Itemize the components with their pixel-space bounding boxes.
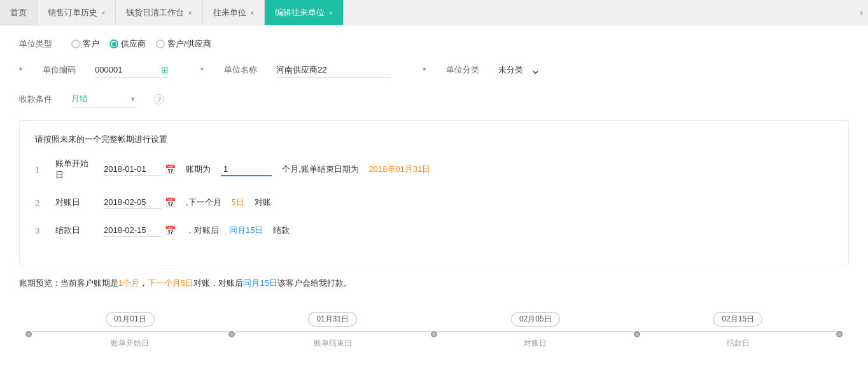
period-calendar-icon-3[interactable]: 📅	[165, 225, 176, 236]
tab-home-label: 首页	[10, 7, 27, 18]
timeline-line-4	[640, 331, 837, 332]
timeline-line-3	[437, 331, 634, 332]
unit-info-row: * 单位编码 ⊞ * 单位名称 * 单位分类 未分类 ⌄	[19, 62, 849, 78]
period-date-input-1[interactable]	[104, 163, 161, 176]
radio-customer-label: 客户	[83, 38, 99, 50]
payment-terms-help-icon[interactable]: ?	[154, 94, 164, 104]
period-num-2: 2	[35, 198, 45, 208]
unit-name-label: 单位名称	[224, 64, 257, 76]
period-desc-3a: ，对账后	[186, 225, 219, 236]
period-date-field-2: 📅	[104, 196, 176, 209]
tab-cash-work-close[interactable]: ×	[188, 9, 192, 17]
radio-customer-supplier[interactable]: 客户/供应商	[156, 38, 211, 50]
period-row-2: 2 对账日 📅 ,下一个月5日对账	[35, 196, 833, 209]
period-row-3: 3 结款日 📅 ，对账后同月15日结款	[35, 224, 833, 237]
period-desc-2b: 5日	[232, 197, 244, 208]
main-content: 单位类型 客户 供应商 客户/供应商 * 单位编码 ⊞ * 单位名称 *	[0, 25, 868, 387]
tab-sales-history-label: 销售订单历史	[48, 7, 97, 18]
period-field-label-2: 对账日	[55, 197, 94, 208]
timeline-line-1	[32, 331, 228, 332]
timeline-dot-4	[634, 331, 640, 337]
preview-text: 账期预览：当前客户账期是1个月，下一个月5日对账，对账后同月15日该客户会给我打…	[19, 276, 849, 290]
timeline-wrapper: 01月01日 账单开始日 01月31日 账单结束日	[19, 306, 849, 355]
timeline-badge-4: 02月15日	[713, 312, 762, 327]
unit-category-label: 单位分类	[446, 64, 479, 76]
unit-code-required: *	[19, 66, 22, 75]
tab-partner-units-label: 往来单位	[213, 7, 246, 18]
timeline-badge-1: 01月01日	[106, 312, 155, 327]
timeline-line-2	[235, 331, 431, 332]
period-field-label-3: 结款日	[55, 225, 94, 236]
period-calendar-icon-2[interactable]: 📅	[165, 197, 176, 208]
period-desc-2c: 对账	[255, 197, 271, 208]
radio-supplier-circle	[109, 39, 118, 48]
radio-supplier-label: 供应商	[121, 38, 146, 50]
unit-type-row: 单位类型 客户 供应商 客户/供应商	[19, 38, 849, 50]
tab-cash-work[interactable]: 钱货日清工作台 ×	[116, 0, 202, 25]
radio-customer-supplier-label: 客户/供应商	[167, 38, 211, 50]
payment-terms-row: 收款条件 月结 ▾ ?	[19, 90, 849, 108]
unit-category-arrow: ⌄	[531, 63, 540, 77]
radio-customer-circle	[71, 39, 80, 48]
unit-category-select[interactable]: 未分类 ⌄	[498, 63, 540, 77]
tab-sales-history[interactable]: 销售订单历史 ×	[38, 0, 116, 25]
period-date-field-1: 📅	[104, 163, 176, 176]
preview-part1: 1个月	[118, 278, 139, 288]
period-field-label-1: 账单开始日	[55, 158, 94, 181]
tab-partner-units-close[interactable]: ×	[250, 9, 254, 17]
unit-name-required: *	[200, 66, 204, 75]
tab-partner-units[interactable]: 往来单位 ×	[203, 0, 265, 25]
preview-middle: 对账，对账后	[193, 278, 243, 288]
period-settings-box: 请按照未来的一个完整帐期进行设置 1 账单开始日 📅 账期为 个月,账单结束日期…	[19, 120, 849, 265]
tab-cash-work-label: 钱货日清工作台	[126, 7, 184, 18]
unit-code-label: 单位编码	[43, 64, 76, 76]
period-row-1: 1 账单开始日 📅 账期为 个月,账单结束日期为 2018年01月31日	[35, 158, 833, 181]
period-calendar-icon-1[interactable]: 📅	[165, 164, 176, 174]
period-desc-prefix-1: 账期为	[186, 164, 211, 175]
tab-sales-history-close[interactable]: ×	[101, 9, 105, 17]
period-num-1: 1	[35, 165, 45, 174]
preview-suffix: 该客户会给我打款。	[277, 278, 352, 288]
radio-customer[interactable]: 客户	[71, 38, 99, 50]
tab-home[interactable]: 首页	[0, 0, 38, 25]
period-desc-3c: 结款	[273, 225, 290, 236]
payment-terms-select[interactable]: 月结 ▾	[71, 90, 135, 108]
tab-edit-partner-close[interactable]: ×	[328, 9, 332, 17]
period-end-date-1: 2018年01月31日	[369, 164, 431, 175]
period-num-3: 3	[35, 226, 45, 236]
months-input[interactable]	[221, 163, 272, 176]
radio-supplier[interactable]: 供应商	[109, 38, 146, 50]
timeline-badge-2: 01月31日	[308, 312, 357, 327]
period-date-field-3: 📅	[104, 224, 176, 237]
unit-name-input[interactable]	[276, 62, 391, 78]
unit-code-icon[interactable]: ⊞	[161, 65, 169, 75]
unit-code-input[interactable]	[95, 62, 158, 77]
period-desc-2a: ,下一个月	[186, 197, 221, 208]
unit-type-label: 单位类型	[19, 38, 52, 50]
unit-category-value: 未分类	[498, 64, 523, 76]
period-date-input-2[interactable]	[104, 196, 161, 209]
preview-prefix: 账期预览：当前客户账期是	[19, 278, 118, 288]
period-date-input-3[interactable]	[104, 224, 161, 237]
timeline-label-4: 结款日	[727, 338, 750, 349]
payment-terms-dropdown-arrow: ▾	[131, 95, 135, 103]
payment-terms-label: 收款条件	[19, 94, 52, 105]
preview-comma: ，	[139, 278, 148, 288]
timeline-badge-3: 02月05日	[511, 312, 560, 327]
timeline-label-2: 账单结束日	[314, 338, 352, 349]
period-desc-3b: 同月15日	[229, 225, 263, 236]
payment-terms-value: 月结	[71, 93, 129, 104]
tab-edit-partner-label: 编辑往来单位	[275, 7, 325, 18]
period-title: 请按照未来的一个完整帐期进行设置	[35, 134, 833, 145]
timeline-dot-3	[431, 331, 437, 337]
radio-customer-supplier-circle	[156, 39, 165, 48]
timeline-label-1: 账单开始日	[111, 338, 149, 349]
timeline-dot-start	[25, 331, 32, 337]
period-desc-suffix-1: 个月,账单结束日期为	[282, 164, 359, 175]
tab-edit-partner[interactable]: 编辑往来单位 ×	[265, 0, 343, 25]
tabs-bar: 首页 销售订单历史 × 钱货日清工作台 × 往来单位 × 编辑往来单位 × ›	[0, 0, 868, 25]
tabs-scroll-arrow[interactable]: ›	[855, 0, 868, 25]
preview-part3: 同月15日	[243, 278, 277, 288]
timeline-dot-2	[228, 331, 235, 337]
unit-category-required: *	[423, 66, 426, 75]
